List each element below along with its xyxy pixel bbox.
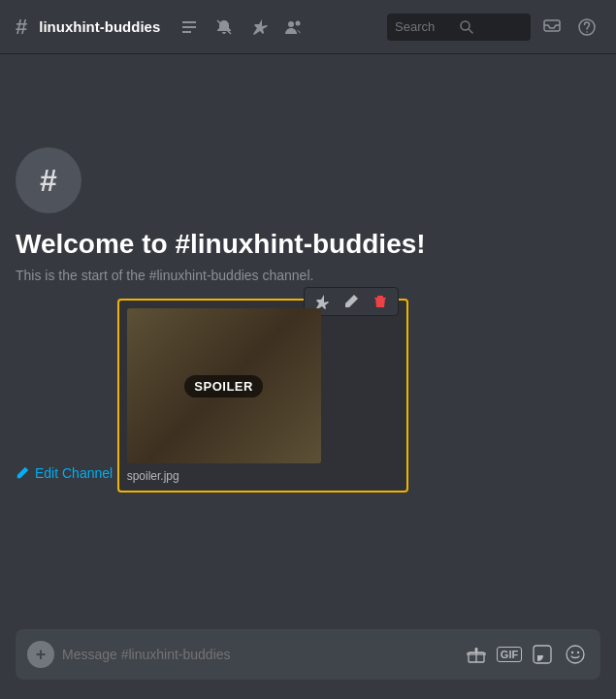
svg-point-12: [571, 651, 573, 653]
sticker-icon[interactable]: [529, 641, 556, 668]
message-bar: + GIF: [16, 629, 600, 680]
svg-point-2: [296, 20, 301, 25]
channel-icon-hash: #: [40, 163, 57, 199]
main-content: # Welcome to #linuxhint-buddies! This is…: [0, 54, 616, 649]
svg-rect-10: [534, 646, 551, 663]
topbar-channel-name: linuxhint-buddies: [39, 18, 160, 35]
topbar-hash-icon: #: [16, 15, 27, 40]
gift-icon[interactable]: [463, 641, 490, 668]
add-attachment-button[interactable]: +: [27, 641, 54, 668]
members-icon[interactable]: [280, 14, 308, 41]
image-card: SPOILER spoiler.jpg: [117, 299, 408, 492]
welcome-subtitle: This is the start of the #linuxhint-budd…: [16, 268, 600, 283]
message-input[interactable]: [62, 647, 455, 662]
svg-point-13: [577, 651, 579, 653]
inbox-icon[interactable]: [538, 14, 566, 41]
svg-point-11: [567, 646, 584, 663]
svg-line-4: [469, 29, 472, 33]
edit-action-button[interactable]: [338, 290, 365, 313]
pin-icon[interactable]: [245, 14, 273, 41]
image-filename: spoiler.jpg: [127, 469, 399, 483]
gif-label: GIF: [497, 647, 522, 662]
topbar: # linuxhint-buddies Search: [0, 0, 616, 54]
pencil-icon: [16, 466, 29, 480]
welcome-title: Welcome to #linuxhint-buddies!: [16, 229, 600, 260]
emoji-icon[interactable]: [562, 641, 589, 668]
gif-button[interactable]: GIF: [496, 641, 523, 668]
help-icon[interactable]: [573, 14, 600, 41]
edit-channel-link[interactable]: Edit Channel: [16, 465, 113, 481]
search-placeholder: Search: [395, 19, 459, 34]
svg-point-1: [288, 21, 294, 27]
search-icon: [459, 19, 523, 35]
threads-icon[interactable]: [176, 14, 203, 41]
mute-icon[interactable]: [211, 14, 238, 41]
svg-point-7: [586, 31, 588, 33]
search-bar[interactable]: Search: [387, 14, 531, 41]
spoiler-label: SPOILER: [184, 375, 263, 397]
message-bar-right-icons: GIF: [463, 641, 589, 668]
channel-icon: #: [16, 147, 81, 213]
spoiler-image[interactable]: SPOILER: [127, 308, 321, 463]
edit-channel-label: Edit Channel: [35, 465, 113, 481]
delete-action-button[interactable]: [367, 290, 394, 313]
